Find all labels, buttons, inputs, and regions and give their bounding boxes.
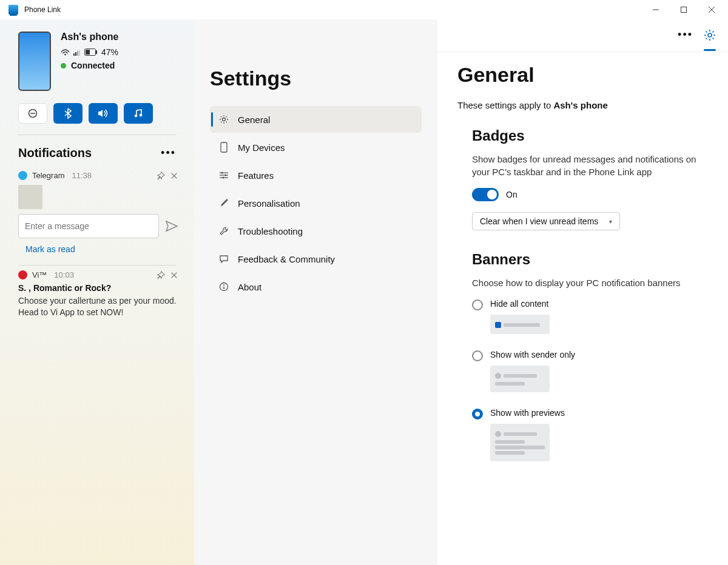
brush-icon bbox=[218, 198, 229, 208]
page-title: General bbox=[457, 63, 710, 87]
banner-preview bbox=[490, 315, 550, 334]
svg-rect-5 bbox=[73, 53, 75, 56]
svg-point-33 bbox=[223, 118, 226, 121]
notification-app-name: Telegram bbox=[32, 171, 64, 180]
app-icon bbox=[8, 5, 18, 15]
connection-status: Connected bbox=[61, 61, 118, 70]
notification-app-name: Vi™ bbox=[32, 270, 47, 279]
device-status-row: 47% bbox=[61, 47, 118, 57]
sliders-icon bbox=[218, 171, 229, 179]
phone-icon bbox=[218, 142, 229, 153]
more-button[interactable]: ••• bbox=[678, 28, 693, 41]
apply-prefix: These settings apply to bbox=[457, 100, 553, 110]
svg-rect-11 bbox=[86, 50, 90, 55]
banners-section: Banners Choose how to display your PC no… bbox=[472, 251, 710, 461]
section-heading: Badges bbox=[472, 127, 710, 144]
radio-label: Show with previews bbox=[490, 408, 565, 418]
send-icon[interactable] bbox=[165, 220, 178, 232]
svg-point-42 bbox=[223, 284, 224, 286]
quick-actions bbox=[0, 99, 194, 135]
notifications-more-button[interactable]: ••• bbox=[158, 147, 178, 159]
notifications-title: Notifications bbox=[18, 146, 92, 160]
vi-icon bbox=[18, 270, 27, 279]
svg-point-4 bbox=[64, 54, 66, 56]
notification-title: S. , Romantic or Rock? bbox=[18, 283, 178, 293]
notifications-header: Notifications ••• bbox=[0, 135, 194, 166]
device-name: Ash's phone bbox=[61, 32, 118, 42]
banner-preview bbox=[490, 424, 550, 461]
minimize-button[interactable] bbox=[642, 0, 670, 19]
svg-rect-8 bbox=[79, 50, 80, 56]
toggle-label: On bbox=[506, 190, 517, 199]
battery-percent: 47% bbox=[101, 47, 118, 57]
settings-item-label: Features bbox=[238, 170, 274, 181]
bluetooth-button[interactable] bbox=[53, 103, 83, 124]
notification-body: Choose your callertune as per your mood.… bbox=[18, 295, 178, 318]
dismiss-icon[interactable] bbox=[170, 271, 178, 279]
music-button[interactable] bbox=[124, 103, 153, 124]
title-bar: Phone Link bbox=[0, 0, 728, 19]
settings-item-my-devices[interactable]: My Devices bbox=[210, 134, 422, 161]
svg-point-32 bbox=[708, 33, 712, 37]
pin-icon[interactable] bbox=[157, 172, 165, 180]
dismiss-icon[interactable] bbox=[170, 172, 178, 180]
settings-item-features[interactable]: Features bbox=[210, 162, 422, 189]
reply-input[interactable] bbox=[18, 214, 159, 238]
settings-item-personalisation[interactable]: Personalisation bbox=[210, 190, 422, 216]
svg-rect-34 bbox=[221, 142, 227, 152]
settings-button[interactable] bbox=[704, 29, 716, 41]
info-icon bbox=[218, 282, 229, 292]
wrench-icon bbox=[218, 226, 229, 236]
notification-item: Vi™ 10:03 S. , Romantic or Rock? Choose … bbox=[0, 266, 194, 327]
svg-point-39 bbox=[225, 175, 227, 176]
settings-item-label: General bbox=[238, 115, 270, 125]
apply-line: These settings apply to Ash's phone bbox=[457, 100, 710, 110]
section-heading: Banners bbox=[472, 251, 710, 268]
dnd-button[interactable] bbox=[18, 103, 47, 124]
radio-icon bbox=[472, 409, 483, 420]
notification-time: 10:03 bbox=[54, 270, 74, 279]
apply-target: Ash's phone bbox=[553, 100, 607, 110]
settings-item-label: Feedback & Community bbox=[238, 254, 335, 264]
signal-icon bbox=[73, 48, 81, 56]
battery-icon bbox=[84, 48, 98, 56]
wifi-icon bbox=[61, 48, 70, 56]
maximize-button[interactable] bbox=[670, 0, 698, 19]
radio-icon bbox=[472, 299, 483, 310]
pin-icon[interactable] bbox=[157, 271, 165, 279]
radio-icon bbox=[472, 350, 483, 361]
banner-option-sender-only[interactable]: Show with sender only bbox=[472, 350, 710, 392]
banner-option-previews[interactable]: Show with previews bbox=[472, 408, 710, 461]
settings-item-general[interactable]: General bbox=[210, 106, 422, 133]
svg-point-38 bbox=[221, 172, 223, 174]
section-description: Choose how to display your PC notificati… bbox=[472, 276, 703, 289]
svg-point-40 bbox=[223, 177, 224, 179]
svg-rect-10 bbox=[96, 50, 97, 54]
banner-preview bbox=[490, 366, 550, 392]
phone-thumbnail[interactable] bbox=[18, 32, 51, 91]
svg-point-15 bbox=[140, 114, 143, 117]
settings-item-feedback[interactable]: Feedback & Community bbox=[210, 246, 422, 272]
status-dot-icon bbox=[61, 63, 66, 69]
settings-item-troubleshooting[interactable]: Troubleshooting bbox=[210, 218, 422, 244]
notification-time: 11:38 bbox=[72, 171, 92, 180]
notification-avatar bbox=[18, 185, 42, 209]
section-description: Show badges for unread messages and noti… bbox=[472, 153, 703, 178]
volume-button[interactable] bbox=[89, 103, 118, 124]
banner-option-hide-all[interactable]: Hide all content bbox=[472, 299, 710, 334]
clear-behaviour-dropdown[interactable]: Clear when I view unread items ▾ bbox=[472, 212, 620, 230]
radio-label: Show with sender only bbox=[490, 350, 575, 359]
notification-item: Telegram 11:38 Mark as read bbox=[0, 166, 194, 265]
close-button[interactable] bbox=[698, 0, 726, 19]
settings-item-label: About bbox=[238, 282, 261, 292]
svg-rect-6 bbox=[75, 52, 76, 56]
badges-section: Badges Show badges for unread messages a… bbox=[472, 127, 710, 230]
settings-item-about[interactable]: About bbox=[210, 273, 422, 300]
telegram-icon bbox=[18, 171, 27, 180]
gear-icon bbox=[218, 115, 229, 124]
mark-as-read-link[interactable]: Mark as read bbox=[18, 238, 75, 256]
badges-toggle[interactable] bbox=[472, 188, 499, 201]
settings-item-label: My Devices bbox=[238, 142, 285, 153]
connection-label: Connected bbox=[71, 61, 115, 70]
radio-label: Hide all content bbox=[490, 299, 550, 309]
